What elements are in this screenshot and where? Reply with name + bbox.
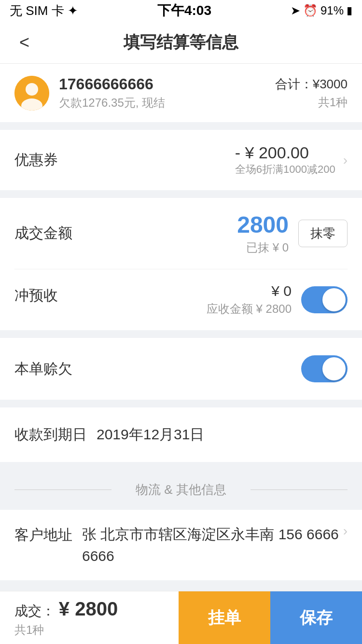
battery-text: 91% [320,4,344,17]
nav-bar: < 填写结算等信息 [0,21,362,64]
address-chevron-icon: › [343,523,348,539]
status-left: 无 SIM 卡 ✦ [10,2,78,19]
prepay-values: ¥ 0 应收金额 ¥ 2800 [207,283,292,317]
coupon-right: - ¥ 200.00 全场6折满1000减200 › [235,143,348,177]
prepay-receivable: 应收金额 ¥ 2800 [207,301,292,317]
toggle-knob [322,288,346,311]
amount-label: 成交金额 [14,224,72,243]
duedate-value: 2019年12月31日 [97,425,204,445]
battery-icon: ▮ [347,4,352,17]
debit-toggle[interactable] [301,355,348,382]
address-value: 张 北京市市辖区海淀区永丰南 156 6666 6666 [82,523,343,567]
page-title: 填写结算等信息 [124,31,238,54]
debit-toggle-knob [322,357,346,380]
customer-total: 合计：¥3000 共1种 [275,76,348,110]
bottom-deal-amount: ¥ 2800 [59,598,118,619]
customer-debt: 欠款1276.35元, 现结 [59,95,165,111]
debit-label: 本单赊欠 [14,359,72,379]
address-row[interactable]: 客户地址 张 北京市市辖区海淀区永丰南 156 6666 6666 › [0,510,362,580]
total-amount: 合计：¥3000 [275,76,348,93]
duedate-label: 收款到期日 [14,425,87,445]
coupon-description: 全场6折满1000减200 [235,162,335,177]
bottom-deal-label: 成交： [14,603,55,618]
sim-status: 无 SIM 卡 ✦ [10,2,78,19]
bottom-bar: 成交： ¥ 2800 共1种 挂单 保存 [0,591,362,644]
address-label: 客户地址 [14,523,72,545]
amount-right: 2800 已抹 ¥ 0 抹零 [237,211,348,255]
back-button[interactable]: < [14,28,34,57]
main-content: 17666666666 欠款1276.35元, 现结 合计：¥3000 共1种 … [0,64,362,644]
duedate-row: 收款到期日 2019年12月31日 [0,407,362,462]
pending-button[interactable]: 挂单 [179,591,270,644]
chevron-right-icon: › [343,153,348,168]
coupon-row[interactable]: 优惠券 - ¥ 200.00 全场6折满1000减200 › [0,130,362,190]
location-icon: ➤ [291,4,300,17]
status-bar: 无 SIM 卡 ✦ 下午4:03 ➤ ⏰ 91% ▮ [0,0,362,21]
status-time: 下午4:03 [157,1,211,20]
amount-row: 成交金额 2800 已抹 ¥ 0 抹零 [0,198,362,269]
logistics-divider: 物流 & 其他信息 [0,470,362,510]
amount-sub: 已抹 ¥ 0 [237,240,289,255]
customer-phone: 17666666666 [59,75,165,93]
alarm-icon: ⏰ [303,4,318,17]
bottom-count: 共1种 [14,622,164,638]
prepay-label: 冲预收 [14,283,58,306]
divider-line-right [251,490,348,490]
prepay-amount: ¥ 0 [207,283,292,299]
prepay-row: 冲预收 ¥ 0 应收金额 ¥ 2800 [0,269,362,330]
debit-row: 本单赊欠 [0,338,362,400]
status-right: ➤ ⏰ 91% ▮ [291,4,352,17]
customer-left: 17666666666 欠款1276.35元, 现结 [14,75,165,111]
amount-section: 成交金额 2800 已抹 ¥ 0 抹零 冲预收 ¥ 0 应收金额 ¥ 2800 [0,198,362,330]
prepay-toggle[interactable] [301,286,348,313]
coupon-label: 优惠券 [14,150,58,170]
avatar [14,76,49,111]
save-button[interactable]: 保存 [270,591,362,644]
customer-details: 17666666666 欠款1276.35元, 现结 [59,75,165,111]
amount-value: 2800 [237,211,289,238]
total-count: 共1种 [275,95,348,110]
prepay-right: ¥ 0 应收金额 ¥ 2800 [207,283,348,317]
bottom-deal-row: 成交： ¥ 2800 [14,598,164,620]
divider-line-left [14,490,111,490]
bottom-summary: 成交： ¥ 2800 共1种 [0,598,179,638]
coupon-discount: - ¥ 200.00 [235,143,335,162]
customer-info-card: 17666666666 欠款1276.35元, 现结 合计：¥3000 共1种 [0,64,362,122]
divider-text: 物流 & 其他信息 [136,481,226,498]
round-button[interactable]: 抹零 [298,220,348,247]
svg-point-1 [26,83,38,96]
